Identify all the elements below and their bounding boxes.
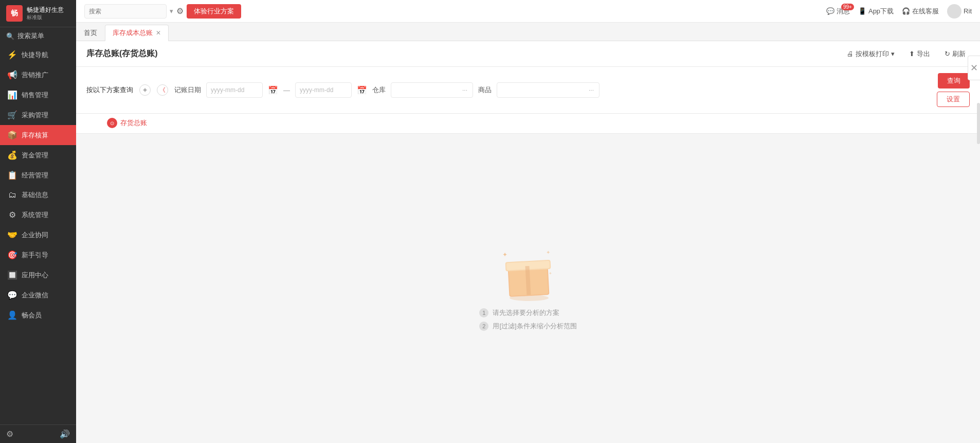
sidebar-logo: 畅 畅捷通好生意 标准版 <box>0 0 76 27</box>
right-panel-close-btn[interactable]: ✕ <box>968 56 980 80</box>
sidebar-item-sales[interactable]: 📊 销售管理 <box>0 85 76 105</box>
date-start-placeholder: yyyy-mm-dd <box>211 86 244 94</box>
filter-collapse-btn[interactable]: 《 <box>157 84 168 96</box>
sidebar-item-finance[interactable]: 💰 资金管理 <box>0 145 76 165</box>
sidebar-item-system[interactable]: ⚙ 系统管理 <box>0 205 76 225</box>
main-wrapper: ▾ ⚙ 体验行业方案 💬 消息 99+ 📱 App下载 🎧 在线客服 <box>76 0 980 443</box>
newbie-icon: 🎯 <box>7 250 17 260</box>
sales-icon: 📊 <box>7 90 17 100</box>
sidebar-label: 资金管理 <box>22 151 48 160</box>
online-service-label: 在线客服 <box>912 7 939 16</box>
sidebar-item-app-center[interactable]: 🔲 应用中心 <box>0 265 76 285</box>
sidebar-bottom: ⚙ 🔊 <box>0 424 76 443</box>
sidebar-item-member[interactable]: 👤 畅会员 <box>0 305 76 325</box>
export-icon: ⬆ <box>909 50 915 58</box>
close-panel-icon: ✕ <box>970 62 978 74</box>
tab-home-label: 首页 <box>84 28 97 38</box>
date-separator: — <box>283 86 290 94</box>
base-info-icon: 🗂 <box>7 190 17 200</box>
app-download-label: App下载 <box>868 7 894 16</box>
date-label: 记账日期 <box>174 85 201 95</box>
page-title: 库存总账(存货总账) <box>86 48 158 59</box>
sidebar-item-inventory[interactable]: 📦 库存核算 <box>0 125 76 145</box>
content-area: ✦ ✦ ✦ 1 请先选择要分析的方案 2 用[过滤]条件来缩小分析范围 <box>76 134 980 443</box>
date-end-placeholder: yyyy-mm-dd <box>300 86 333 94</box>
settings-bottom-icon[interactable]: ⚙ <box>6 429 13 439</box>
print-template-btn[interactable]: 🖨 按模板打印 ▾ <box>843 47 899 61</box>
filter-scheme[interactable]: ⊙ 存货总账 <box>107 118 147 128</box>
tip-num-1: 1 <box>479 308 488 317</box>
filter-second-row: ⊙ 存货总账 <box>76 114 980 134</box>
filter-scheme-label: 按以下方案查询 <box>86 85 133 95</box>
sidebar-label: 企业协同 <box>22 231 48 240</box>
filter-add-btn[interactable]: ＋ <box>139 84 151 96</box>
sidebar-search[interactable]: 🔍 搜索菜单 <box>0 27 76 45</box>
tab-inventory-cost[interactable]: 库存成本总账 ✕ <box>105 25 169 41</box>
empty-tips: 1 请先选择要分析的方案 2 用[过滤]条件来缩小分析范围 <box>479 308 576 331</box>
tab-inventory-cost-label: 库存成本总账 <box>113 28 153 38</box>
topbar-search-input[interactable] <box>84 4 167 19</box>
topbar-gear-icon[interactable]: ⚙ <box>176 6 184 16</box>
quick-nav-icon: ⚡ <box>7 50 17 60</box>
print-template-label: 按模板打印 <box>856 49 889 59</box>
scheme-name: 存货总账 <box>120 118 147 128</box>
search-icon: 🔍 <box>6 32 14 40</box>
topbar-app-download[interactable]: 📱 App下载 <box>858 7 894 16</box>
settings-btn[interactable]: 设置 <box>937 92 970 107</box>
product-input[interactable]: ··· <box>497 82 600 98</box>
empty-illustration: ✦ ✦ ✦ <box>497 246 559 298</box>
calendar-start-icon[interactable]: 📅 <box>268 85 278 95</box>
calendar-end-icon[interactable]: 📅 <box>357 85 367 95</box>
sidebar-item-purchase[interactable]: 🛒 采购管理 <box>0 105 76 125</box>
topbar-user[interactable]: Rit <box>947 4 972 19</box>
logo-icon: 畅 <box>6 5 23 22</box>
logo-badge: 标准版 <box>27 14 64 21</box>
svg-text:✦: ✦ <box>549 271 552 276</box>
sidebar-label: 系统管理 <box>22 210 48 220</box>
export-label: 导出 <box>917 49 930 59</box>
topbar-message[interactable]: 💬 消息 99+ <box>826 7 850 16</box>
avatar <box>947 4 961 19</box>
sidebar-item-operations[interactable]: 📋 经营管理 <box>0 165 76 185</box>
refresh-btn[interactable]: ↻ 刷新 <box>940 47 970 61</box>
product-more-icon[interactable]: ··· <box>589 86 594 94</box>
date-start-input[interactable]: yyyy-mm-dd <box>206 82 263 98</box>
chevron-down-icon[interactable]: ▾ <box>891 50 895 58</box>
sidebar-item-marketing[interactable]: 📢 营销推广 <box>0 65 76 85</box>
topbar-chevron-icon[interactable]: ▾ <box>170 7 173 15</box>
filter-buttons: 查询 设置 <box>937 73 970 107</box>
tab-close-icon[interactable]: ✕ <box>156 29 161 37</box>
sidebar-item-newbie[interactable]: 🎯 新手引导 <box>0 245 76 265</box>
app-center-icon: 🔲 <box>7 270 17 280</box>
speaker-icon[interactable]: 🔊 <box>60 429 70 439</box>
export-btn[interactable]: ⬆ 导出 <box>905 47 934 61</box>
empty-tip-1: 1 请先选择要分析的方案 <box>479 308 576 317</box>
sidebar-label: 基础信息 <box>22 190 48 200</box>
warehouse-input[interactable]: ··· <box>391 82 473 98</box>
operations-icon: 📋 <box>7 170 17 180</box>
sidebar-label: 采购管理 <box>22 111 48 120</box>
sidebar-label: 企业微信 <box>22 291 48 300</box>
scrollbar-stub[interactable] <box>977 103 980 144</box>
sidebar-item-wechat[interactable]: 💬 企业微信 <box>0 285 76 305</box>
page-actions: 🖨 按模板打印 ▾ ⬆ 导出 ↻ 刷新 <box>843 47 970 61</box>
product-label: 商品 <box>478 85 492 95</box>
logo-name: 畅捷通好生意 <box>27 6 64 14</box>
inventory-icon: 📦 <box>7 130 17 140</box>
headset-icon: 🎧 <box>902 7 910 15</box>
sidebar-item-base-info[interactable]: 🗂 基础信息 <box>0 185 76 205</box>
print-icon: 🖨 <box>847 50 854 58</box>
warehouse-more-icon[interactable]: ··· <box>462 86 467 94</box>
warehouse-label: 仓库 <box>372 85 386 95</box>
purchase-icon: 🛒 <box>7 110 17 120</box>
topbar-online-service[interactable]: 🎧 在线客服 <box>902 7 939 16</box>
tab-home[interactable]: 首页 <box>76 24 105 41</box>
sidebar-item-cooperation[interactable]: 🤝 企业协同 <box>0 225 76 245</box>
sidebar-label: 经营管理 <box>22 171 48 180</box>
topbar-right: 💬 消息 99+ 📱 App下载 🎧 在线客服 Rit <box>826 4 972 19</box>
search-btn[interactable]: 查询 <box>938 73 970 88</box>
industry-btn[interactable]: 体验行业方案 <box>187 4 241 19</box>
svg-text:✦: ✦ <box>502 251 507 258</box>
sidebar-item-quick-nav[interactable]: ⚡ 快捷导航 <box>0 45 76 65</box>
date-end-input[interactable]: yyyy-mm-dd <box>295 82 352 98</box>
